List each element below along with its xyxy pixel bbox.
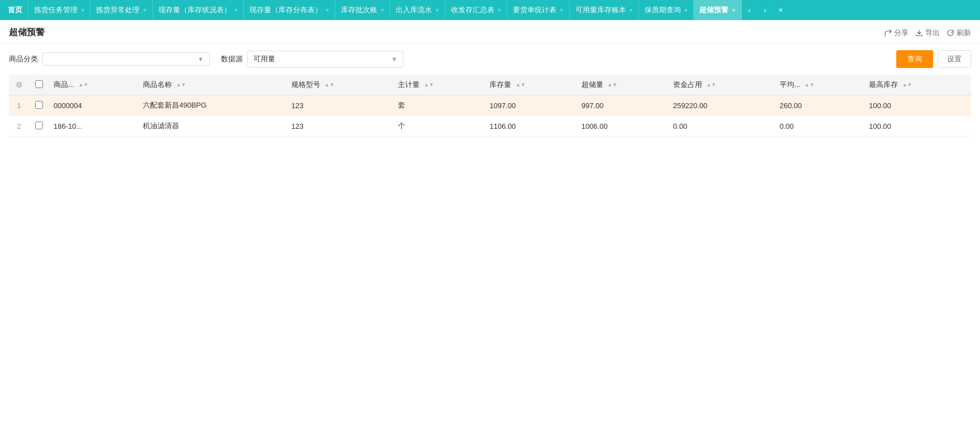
settings-button[interactable]: 设置 bbox=[938, 50, 971, 68]
th-overstock-label: 超储量 bbox=[582, 80, 603, 89]
datasource-label: 数据源 bbox=[221, 54, 243, 64]
row-spec-0: 123 bbox=[287, 95, 393, 116]
nav-tab-abnormal-close[interactable]: × bbox=[143, 7, 146, 13]
table-gear-icon[interactable]: ⚙ bbox=[16, 80, 23, 89]
row-checkbox-0[interactable] bbox=[35, 101, 43, 109]
chevron-down-icon: ▼ bbox=[198, 56, 204, 62]
chevron-down-icon-2: ▼ bbox=[391, 56, 397, 62]
share-label: 分享 bbox=[894, 28, 909, 38]
sort-arrows-product-code: ▲▼ bbox=[78, 83, 88, 88]
sort-arrows-inventory: ▲▼ bbox=[516, 83, 526, 88]
nav-tab-inventory-status[interactable]: 现存量（库存状况表） × bbox=[153, 0, 244, 20]
row-inventory-1: 1106.00 bbox=[485, 116, 577, 137]
nav-tab-quality-query[interactable]: 保质期查询 × bbox=[639, 0, 694, 20]
nav-arrow-left[interactable]: ‹ bbox=[742, 0, 757, 20]
row-unit-0: 套 bbox=[393, 95, 485, 116]
nav-tab-in-out-flow[interactable]: 出入库流水 × bbox=[390, 0, 445, 20]
refresh-icon bbox=[947, 29, 954, 37]
row-product-name-1: 机油滤清器 bbox=[138, 116, 287, 137]
th-product-name[interactable]: 商品名称 ▲▼ bbox=[138, 75, 287, 95]
nav-tab-overstock-warning[interactable]: 超储预警 × bbox=[694, 0, 741, 20]
nav-tab-overstock-warning-label: 超储预警 bbox=[699, 5, 728, 15]
th-unit-label: 主计量 bbox=[398, 80, 420, 89]
nav-tab-home-label: 首页 bbox=[8, 5, 22, 15]
refresh-button[interactable]: 刷新 bbox=[947, 28, 971, 38]
share-button[interactable]: 分享 bbox=[884, 28, 909, 38]
nav-arrow-right[interactable]: › bbox=[757, 0, 773, 20]
nav-tab-abnormal[interactable]: 拣货异常处理 × bbox=[90, 0, 152, 20]
nav-tab-task-mgmt-label: 拣货任务管理 bbox=[34, 5, 78, 15]
row-overstock-0: 997.00 bbox=[577, 95, 669, 116]
th-inventory-label: 库存量 bbox=[489, 80, 511, 89]
row-product-code-1: 186-10... bbox=[49, 116, 138, 137]
select-all-checkbox[interactable] bbox=[35, 80, 43, 88]
share-icon bbox=[884, 29, 892, 37]
nav-tab-quality-query-close[interactable]: × bbox=[684, 7, 688, 13]
th-inventory[interactable]: 库存量 ▲▼ bbox=[485, 75, 577, 95]
row-checkbox-cell-1 bbox=[29, 116, 49, 137]
th-capital[interactable]: 资金占用 ▲▼ bbox=[669, 75, 775, 95]
category-filter-item: 商品分类 ▼ bbox=[9, 52, 210, 66]
nav-tab-inventory-dist[interactable]: 现存量（库存分布表） × bbox=[244, 0, 335, 20]
export-button[interactable]: 导出 bbox=[915, 28, 940, 38]
nav-tab-inventory-status-label: 现存量（库存状况表） bbox=[158, 5, 231, 15]
filter-area: 商品分类 ▼ 数据源 可用量 ▼ 查询 设置 bbox=[0, 43, 980, 75]
th-settings: ⚙ bbox=[9, 75, 29, 95]
nav-tab-task-mgmt-close[interactable]: × bbox=[81, 7, 84, 13]
nav-tab-overstock-warning-close[interactable]: × bbox=[732, 7, 735, 13]
datasource-select-value: 可用量 bbox=[253, 54, 275, 64]
th-avg-label: 平均... bbox=[780, 80, 800, 89]
sort-arrows-product-name: ▲▼ bbox=[176, 83, 186, 88]
th-max-stock[interactable]: 最高库存 ▲▼ bbox=[864, 75, 971, 95]
nav-tab-home[interactable]: 首页 bbox=[2, 0, 28, 20]
th-unit[interactable]: 主计量 ▲▼ bbox=[393, 75, 485, 95]
export-icon bbox=[915, 29, 923, 37]
nav-tab-available-account[interactable]: 可用量库存账本 × bbox=[570, 0, 639, 20]
nav-tab-inventory-status-close[interactable]: × bbox=[234, 7, 238, 13]
filter-buttons: 查询 设置 bbox=[896, 50, 971, 68]
row-checkbox-1[interactable] bbox=[35, 122, 43, 129]
top-nav: 首页 拣货任务管理 × 拣货异常处理 × 现存量（库存状况表） × 现存量（库存… bbox=[0, 0, 980, 20]
nav-tab-inventory-dist-close[interactable]: × bbox=[325, 7, 329, 13]
nav-tab-order-stat[interactable]: 要货单统计表 × bbox=[507, 0, 569, 20]
nav-tab-batch-account[interactable]: 库存批次账 × bbox=[335, 0, 390, 20]
nav-tab-in-out-flow-close[interactable]: × bbox=[435, 7, 439, 13]
row-product-code-0: 0000004 bbox=[49, 95, 138, 116]
nav-tab-order-stat-close[interactable]: × bbox=[560, 7, 563, 13]
table-container: ⚙ 商品... ▲▼ 商品名称 ▲▼ 规格型号 ▲▼ bbox=[0, 75, 980, 137]
th-spec[interactable]: 规格型号 ▲▼ bbox=[287, 75, 393, 95]
nav-tab-batch-account-label: 库存批次账 bbox=[341, 5, 377, 15]
nav-tab-inventory-dist-label: 现存量（库存分布表） bbox=[249, 5, 322, 15]
nav-tab-collect-summary-close[interactable]: × bbox=[498, 7, 501, 13]
query-button[interactable]: 查询 bbox=[896, 50, 933, 68]
category-select[interactable]: ▼ bbox=[42, 52, 210, 66]
th-capital-label: 资金占用 bbox=[673, 80, 702, 89]
th-overstock[interactable]: 超储量 ▲▼ bbox=[577, 75, 669, 95]
datasource-select[interactable]: 可用量 ▼ bbox=[247, 51, 403, 67]
nav-tab-collect-summary-label: 收发存汇总表 bbox=[451, 5, 494, 15]
nav-arrow-more[interactable]: × bbox=[773, 0, 789, 20]
th-checkbox bbox=[29, 75, 49, 95]
row-inventory-0: 1097.00 bbox=[485, 95, 577, 116]
th-product-name-label: 商品名称 bbox=[143, 80, 172, 89]
th-avg[interactable]: 平均... ▲▼ bbox=[775, 75, 864, 95]
row-unit-1: 个 bbox=[393, 116, 485, 137]
nav-tab-available-account-close[interactable]: × bbox=[630, 7, 633, 13]
th-product-code-label: 商品... bbox=[54, 80, 74, 89]
th-product-code[interactable]: 商品... ▲▼ bbox=[49, 75, 138, 95]
nav-tab-batch-account-close[interactable]: × bbox=[381, 7, 384, 13]
sort-arrows-unit: ▲▼ bbox=[424, 83, 434, 88]
nav-tab-task-mgmt[interactable]: 拣货任务管理 × bbox=[28, 0, 90, 20]
row-capital-0: 259220.00 bbox=[669, 95, 775, 116]
sort-arrows-overstock: ▲▼ bbox=[607, 83, 617, 88]
overstock-table: ⚙ 商品... ▲▼ 商品名称 ▲▼ 规格型号 ▲▼ bbox=[9, 75, 971, 137]
row-checkbox-cell-0 bbox=[29, 95, 49, 116]
row-overstock-1: 1006.00 bbox=[577, 116, 669, 137]
nav-tab-available-account-label: 可用量库存账本 bbox=[575, 5, 626, 15]
nav-tab-collect-summary[interactable]: 收发存汇总表 × bbox=[445, 0, 507, 20]
datasource-filter-item: 数据源 可用量 ▼ bbox=[221, 51, 403, 67]
row-num-0: 1 bbox=[9, 95, 29, 116]
table-header-row: ⚙ 商品... ▲▼ 商品名称 ▲▼ 规格型号 ▲▼ bbox=[9, 75, 971, 95]
page-title: 超储预警 bbox=[9, 27, 45, 38]
page-wrapper: 超储预警 分享 导出 刷新 商品 bbox=[0, 20, 980, 446]
